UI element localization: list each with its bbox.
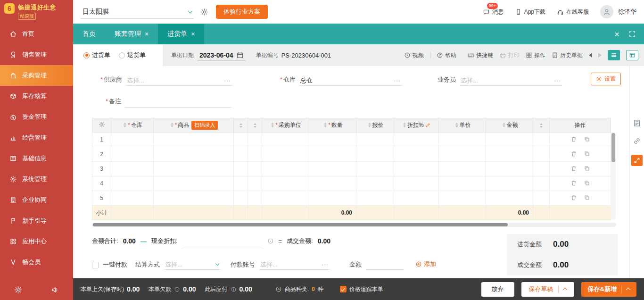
- tab-stock-in-order[interactable]: 进货单×: [158, 24, 204, 44]
- grid-cell[interactable]: [248, 176, 262, 191]
- grid-cell[interactable]: [356, 147, 394, 162]
- horizontal-scrollbar-thumb[interactable]: [93, 223, 508, 226]
- column-settings-header[interactable]: [92, 118, 111, 133]
- add-payment-button[interactable]: 添加: [415, 260, 436, 270]
- sidebar-item-member[interactable]: 畅会员: [0, 252, 73, 273]
- sort-icon[interactable]: [503, 123, 505, 127]
- grid-cell[interactable]: [394, 147, 439, 162]
- grid-cell[interactable]: [533, 133, 550, 147]
- delete-row-icon[interactable]: [570, 150, 577, 157]
- vertical-scrollbar[interactable]: [611, 132, 616, 219]
- sidebar-item-app-center[interactable]: 应用中心: [0, 231, 73, 252]
- header-quote[interactable]: 报价: [356, 118, 394, 133]
- edit-pencil-icon[interactable]: [425, 122, 431, 128]
- grid-cell[interactable]: [439, 176, 486, 191]
- grid-cell[interactable]: [154, 162, 234, 176]
- grid-cell[interactable]: [309, 162, 356, 176]
- list-view-toggle[interactable]: [608, 50, 620, 60]
- copy-row-icon[interactable]: [584, 165, 590, 172]
- sort-icon[interactable]: [239, 123, 242, 128]
- radio-return[interactable]: 退货单: [119, 51, 146, 59]
- sidebar-item-purchase[interactable]: 采购管理: [0, 65, 73, 86]
- help-button[interactable]: 帮助: [437, 51, 456, 59]
- sort-icon[interactable]: [124, 123, 126, 127]
- sort-icon[interactable]: [540, 123, 543, 128]
- grid-cell[interactable]: [154, 147, 234, 162]
- sort-icon[interactable]: [271, 123, 274, 127]
- pay-account-select[interactable]: [259, 259, 320, 269]
- one-click-pay-checkbox[interactable]: [92, 262, 99, 268]
- supplier-input[interactable]: [126, 75, 223, 85]
- grid-cell[interactable]: [486, 147, 533, 162]
- cash-discount-input[interactable]: [182, 236, 267, 246]
- grid-cell[interactable]: [439, 162, 486, 176]
- grid-cell[interactable]: [394, 162, 439, 176]
- grid-cell[interactable]: [234, 162, 248, 176]
- header-purchase-unit[interactable]: 采购单位: [262, 118, 309, 133]
- grid-cell[interactable]: [234, 176, 248, 191]
- grid-cell[interactable]: [394, 133, 439, 147]
- grid-cell[interactable]: [234, 147, 248, 162]
- grid-cell[interactable]: [154, 176, 234, 191]
- grid-cell[interactable]: [262, 176, 309, 191]
- grid-cell[interactable]: [486, 162, 533, 176]
- shortcut-button[interactable]: 快捷键: [467, 51, 493, 59]
- video-button[interactable]: 视频: [404, 51, 424, 59]
- scan-input-button[interactable]: 扫码录入: [191, 121, 218, 130]
- header-product[interactable]: 商品扫码录入: [154, 118, 234, 133]
- grid-cell[interactable]: [439, 133, 486, 147]
- grid-cell[interactable]: [111, 162, 154, 176]
- pay-amount-input[interactable]: [366, 259, 404, 269]
- header-amount[interactable]: 金额: [486, 118, 533, 133]
- form-settings-button[interactable]: 设置: [591, 73, 621, 85]
- trial-button[interactable]: 体验行业方案: [216, 5, 268, 19]
- grid-cell[interactable]: [154, 191, 234, 206]
- more-options-icon[interactable]: ···: [553, 78, 562, 83]
- screenshot-expand-icon[interactable]: [631, 155, 643, 166]
- info-icon[interactable]: [231, 286, 237, 292]
- grid-cell[interactable]: [248, 133, 262, 147]
- date-picker[interactable]: 2023-06-04: [198, 50, 246, 61]
- sidebar-item-operations[interactable]: 经营管理: [0, 127, 73, 148]
- tab-home[interactable]: 首页: [73, 24, 105, 44]
- grid-cell[interactable]: [439, 147, 486, 162]
- grid-cell[interactable]: [486, 176, 533, 191]
- sort-icon[interactable]: [324, 123, 327, 127]
- sidebar-item-funds[interactable]: 资金管理: [0, 107, 73, 127]
- close-icon[interactable]: ×: [614, 30, 619, 39]
- price-track-option[interactable]: 价格追踪本单: [340, 285, 383, 293]
- sound-icon[interactable]: [51, 286, 59, 294]
- chevron-down-icon[interactable]: [215, 261, 219, 265]
- note-icon[interactable]: [633, 119, 641, 127]
- grid-cell[interactable]: [262, 147, 309, 162]
- next-arrow-icon[interactable]: [598, 53, 602, 58]
- settings-gear-icon[interactable]: [14, 286, 22, 294]
- sort-icon[interactable]: [254, 123, 256, 128]
- more-options-icon[interactable]: ···: [223, 78, 232, 83]
- copy-row-icon[interactable]: [584, 136, 590, 142]
- grid-cell[interactable]: [248, 147, 262, 162]
- more-options-icon[interactable]: ···: [392, 78, 402, 83]
- chevron-up-icon[interactable]: [626, 288, 631, 292]
- radio-stock-in[interactable]: 进货单: [83, 51, 110, 59]
- delete-row-icon[interactable]: [570, 165, 577, 172]
- fullscreen-icon[interactable]: [629, 31, 636, 37]
- sort-icon[interactable]: [455, 123, 458, 127]
- save-draft-button[interactable]: 保存草稿: [521, 282, 574, 297]
- grid-cell[interactable]: [356, 162, 394, 176]
- account-select[interactable]: 日太阳膜: [81, 5, 194, 19]
- online-service-button[interactable]: 在线客服: [557, 8, 589, 16]
- checked-checkbox-icon[interactable]: [340, 286, 347, 292]
- sort-icon[interactable]: [368, 123, 371, 127]
- actions-button[interactable]: 操作: [526, 51, 545, 59]
- tab-account-mgmt[interactable]: 账套管理×: [105, 24, 158, 44]
- sidebar-item-inventory[interactable]: 库存核算: [0, 86, 73, 107]
- grid-cell[interactable]: [533, 147, 550, 162]
- link-icon[interactable]: [633, 137, 641, 145]
- copy-row-icon[interactable]: [584, 194, 590, 201]
- sidebar-item-system[interactable]: 系统管理: [0, 169, 73, 190]
- messages-button[interactable]: 99+ 消息: [483, 8, 504, 16]
- grid-cell[interactable]: [309, 176, 356, 191]
- save-and-new-button[interactable]: 保存&新增: [581, 282, 636, 297]
- sidebar-item-sales[interactable]: 销售管理: [0, 44, 73, 65]
